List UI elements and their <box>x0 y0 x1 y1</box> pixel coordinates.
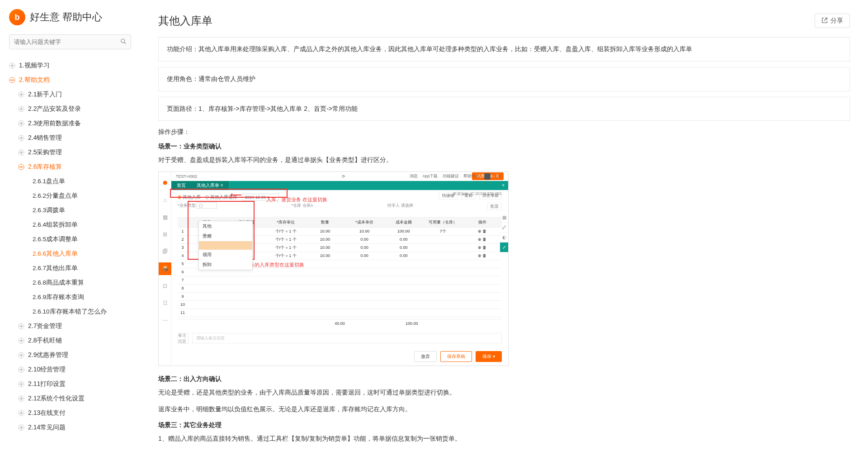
plus-icon <box>18 410 24 416</box>
ss-switch-icon: ⟳ <box>342 174 345 179</box>
ss-empty-row: 7 <box>178 276 502 285</box>
page-header: 其他入库单 分享 <box>158 14 850 28</box>
nav-item-l2[interactable]: 2.4销售管理 <box>9 131 140 145</box>
ss-dropdown-item: 其他 <box>199 221 252 231</box>
screenshot-1: ⬢ ⌂ ▦ ⊞ 🗐 📦 ⊡ ☷ ⋯ TEST-H002 ⟳ 试用剩余–天 消息A… <box>158 171 509 366</box>
ss-empty-row: 9 <box>178 293 502 301</box>
ss-quick-tool: 历史单据 <box>479 192 502 200</box>
nav-item-l2[interactable]: 2.3使用前数据准备 <box>9 116 140 131</box>
ss-draft-button: 保存草稿 <box>440 351 472 362</box>
svg-rect-6 <box>11 80 14 81</box>
plus-icon <box>18 381 24 387</box>
nav-item-l3[interactable]: 2.6.7其他出库单 <box>9 261 140 276</box>
share-button[interactable]: 分享 <box>815 14 850 28</box>
minus-icon <box>9 77 15 83</box>
nav-item-l2[interactable]: 2.5采购管理 <box>9 145 140 160</box>
share-icon <box>821 17 828 25</box>
page-title: 其他入库单 <box>158 14 212 28</box>
ss-th-cell: 数量 <box>306 218 345 227</box>
ss-nav-icon: ⊞ <box>159 228 171 241</box>
nav-item-l2[interactable]: 2.8手机旺铺 <box>9 333 140 348</box>
svg-rect-4 <box>12 64 13 67</box>
ss-nav-icon: ⊡ <box>159 280 171 292</box>
ss-dropdown-item: 拆卸 <box>199 260 252 270</box>
close-icon: × <box>498 183 508 188</box>
nav-item-l3[interactable]: 2.6.5成本调整单 <box>9 232 140 247</box>
nav-tree: 1.视频学习2.帮助文档2.1新手入门2.2产品安装及登录2.3使用前数据准备2… <box>9 58 140 435</box>
ss-nav-icon-active: 📦 <box>159 262 171 275</box>
svg-rect-9 <box>21 93 22 96</box>
nav-item-l2[interactable]: 2.2产品安装及登录 <box>9 102 140 116</box>
ss-top-link: C C <box>495 174 502 179</box>
nav-item-l3[interactable]: 2.6.8商品成本重算 <box>9 276 140 290</box>
nav-item-l2[interactable]: 2.13在线支付 <box>9 406 140 420</box>
nav-item-l3[interactable]: 2.6.10库存账本错了怎么办 <box>9 305 140 319</box>
scene1-title: 场景一：业务类型确认 <box>158 143 850 151</box>
ss-total-qty: 40.00 <box>322 321 358 326</box>
ss-nav-icon: ▦ <box>159 211 171 224</box>
svg-rect-41 <box>21 397 22 400</box>
svg-rect-29 <box>21 339 22 343</box>
svg-point-0 <box>121 39 125 43</box>
ss-tool-icon: 🖉 <box>500 223 508 233</box>
nav-item-l2[interactable]: 2.1新手入门 <box>9 87 140 102</box>
ss-topbar: TEST-H002 ⟳ 试用剩余–天 消息App下载功能建议帮助中心C C <box>171 172 508 181</box>
plus-icon <box>18 323 24 329</box>
steps-label: 操作步骤： <box>158 128 850 136</box>
ss-content: 单据编号 IC-20191226-001 其他入库 其他入库退库 2019-12… <box>171 190 508 366</box>
search-box <box>9 34 140 49</box>
avatar <box>484 173 491 180</box>
ss-radio-in: 其他入库 <box>178 194 201 200</box>
role-label: 使用角色： <box>167 75 198 82</box>
intro-label: 功能介绍： <box>167 45 198 52</box>
ss-tool-icon: ◐ <box>500 233 508 243</box>
ss-th-cell <box>178 218 188 227</box>
annotation-1: 入库、退货业务 在这里切换 <box>266 196 327 203</box>
path-label: 页面路径： <box>167 105 198 112</box>
path-text: 1、库存核算->库存管理->其他入库单 2、首页->常用功能 <box>198 105 358 112</box>
path-box: 页面路径：1、库存核算->库存管理->其他入库单 2、首页->常用功能 <box>158 97 850 121</box>
ss-save-button: 保存 ▾ <box>476 351 502 362</box>
nav-item-l2[interactable]: 2.14常见问题 <box>9 420 140 435</box>
nav-item-l2[interactable]: 2.11打印设置 <box>9 377 140 391</box>
nav-item-l2[interactable]: 2.9优惠券管理 <box>9 348 140 362</box>
nav-item-l2[interactable]: 2.12系统个性化设置 <box>9 391 140 406</box>
plus-icon <box>18 352 24 358</box>
ss-empty-row: 8 <box>178 285 502 293</box>
nav-item-l1[interactable]: 1.视频学习 <box>9 58 140 73</box>
svg-rect-26 <box>21 325 22 328</box>
ss-th-cell: *成本单价 <box>345 218 384 227</box>
ss-th-cell: 成本金额 <box>384 218 423 227</box>
ss-dropdown-item <box>199 241 252 250</box>
svg-rect-47 <box>21 426 22 429</box>
nav-item-l3[interactable]: 2.6.2分量盘点单 <box>9 189 140 203</box>
ss-empty-row: 11 <box>178 309 502 317</box>
ss-top-links: 消息App下载功能建议帮助中心C C <box>410 173 502 180</box>
ss-empty-row: 10 <box>178 301 502 309</box>
svg-rect-18 <box>21 137 22 140</box>
ss-right-toolbar: ▦ 🖉 ◐ ⤢ <box>500 213 508 252</box>
ss-th-cell: 可用量（仓库） <box>423 218 462 227</box>
nav-item-l3[interactable]: 2.6.6其他入库单 <box>9 247 140 261</box>
nav-item-l2[interactable]: 2.7资金管理 <box>9 319 140 333</box>
svg-rect-44 <box>21 412 22 415</box>
svg-rect-35 <box>21 368 22 371</box>
nav-item-l3[interactable]: 2.6.3调拨单 <box>9 203 140 218</box>
scene3-text: 1、赠品入库的商品直接转为销售。通过工具栏【复制/复制为销货单】功能，将单据信息… <box>158 433 850 444</box>
plus-icon <box>18 395 24 402</box>
brand-text: 好生意 帮助中心 <box>30 10 102 24</box>
plus-icon <box>18 135 24 141</box>
plus-icon <box>18 338 24 344</box>
nav-item-l3[interactable]: 2.6.1盘点单 <box>9 174 140 189</box>
nav-item-l1[interactable]: 2.帮助文档 <box>9 73 140 87</box>
search-icon[interactable] <box>120 38 127 46</box>
ss-quick-tool: 复制 <box>461 192 476 200</box>
nav-item-l2[interactable]: 2.6库存核算 <box>9 160 140 174</box>
nav-item-l3[interactable]: 2.6.4组装拆卸单 <box>9 218 140 232</box>
ss-top-link: 功能建议 <box>443 173 459 179</box>
nav-item-l3[interactable]: 2.6.9库存账本查询 <box>9 290 140 305</box>
nav-item-l2[interactable]: 2.10经营管理 <box>9 362 140 377</box>
svg-rect-15 <box>21 122 22 125</box>
ss-memo-label: 备注信息 <box>178 333 189 344</box>
search-input[interactable] <box>9 34 131 49</box>
